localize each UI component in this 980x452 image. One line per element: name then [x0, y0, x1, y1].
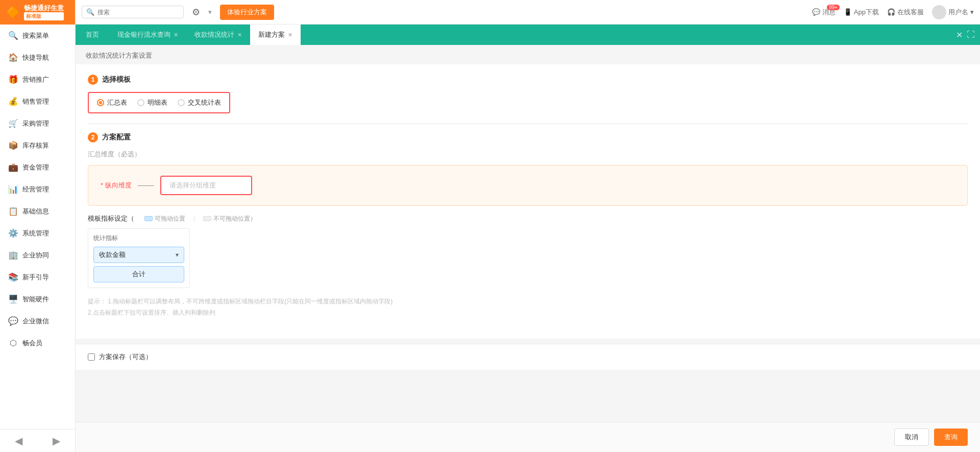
- step2-num: 2: [88, 132, 98, 142]
- username-label: 用户名: [948, 8, 968, 17]
- sidebar-item-member[interactable]: ⬡ 畅会员: [0, 332, 75, 354]
- member-icon: ⬡: [8, 338, 18, 348]
- metrics-header: 模板指标设定（ 可拖动位置 | 不可拖动位置）: [88, 214, 968, 223]
- radio-summary-circle: [97, 99, 104, 106]
- dimension-config: 汇总维度（必选） 纵向维度 —— 请选择分组维度: [88, 150, 968, 206]
- sidebar-item-basic-info[interactable]: 📋 基础信息: [0, 200, 75, 222]
- dimension-title: 汇总维度（必选）: [88, 150, 968, 159]
- metrics-section: 模板指标设定（ 可拖动位置 | 不可拖动位置）: [88, 214, 968, 288]
- settings-icon[interactable]: ⚙: [192, 7, 200, 18]
- save-checkbox[interactable]: [88, 353, 95, 361]
- message-icon: 💬: [812, 8, 820, 16]
- dimension-arrow-icon: ——: [138, 181, 154, 190]
- tab-bank-flow[interactable]: 现金银行流水查询 ✕: [109, 25, 186, 45]
- tab-receipt-stat[interactable]: 收款情况统计 ✕: [186, 25, 250, 45]
- radio-cross[interactable]: 交叉统计表: [178, 98, 221, 107]
- sidebar: 🔶 畅捷通好生意 标准版 🔍 搜索菜单 🏠 快捷导航 🎁 营销推广 💰 销售管理…: [0, 0, 76, 452]
- sales-icon: 💰: [8, 97, 18, 106]
- sidebar-item-system[interactable]: ⚙️ 系统管理: [0, 222, 75, 244]
- radio-detail-label: 明细表: [148, 98, 167, 107]
- sidebar-item-search-menu[interactable]: 🔍 搜索菜单: [0, 25, 75, 46]
- dimension-row: 纵向维度 —— 请选择分组维度: [101, 176, 955, 195]
- home-icon: 🏠: [8, 53, 18, 62]
- tab-bar: 首页 现金银行流水查询 ✕ 收款情况统计 ✕ 新建方案 ✕ ✕ ⛶: [76, 25, 980, 45]
- sidebar-item-smart-hw[interactable]: 🖥️ 智能硬件: [0, 288, 75, 310]
- sidebar-item-marketing[interactable]: 🎁 营销推广: [0, 68, 75, 90]
- dimension-title-text: 汇总维度（必选）: [88, 150, 141, 158]
- step2-section: 2 方案配置 汇总维度（必选） 纵向维度 —— 请选择分组维度: [88, 132, 968, 318]
- step-divider: [88, 124, 968, 124]
- sidebar-item-label: 采购管理: [22, 119, 49, 128]
- dimension-select-placeholder: 请选择分组维度: [169, 181, 216, 189]
- sidebar-item-operation[interactable]: 📊 经营管理: [0, 178, 75, 200]
- step1-num: 1: [88, 75, 98, 85]
- sidebar-collapse-icon[interactable]: ▶: [53, 435, 60, 447]
- monitor-icon: 🖥️: [8, 294, 18, 304]
- topbar-dropdown-icon[interactable]: ▾: [208, 8, 212, 16]
- query-button[interactable]: 查询: [934, 429, 968, 446]
- user-dropdown-icon: ▾: [970, 8, 974, 16]
- metrics-container: 统计指标 收款金额 ▾ 合计: [88, 228, 190, 288]
- app-download-button[interactable]: 📱 App下载: [844, 8, 879, 17]
- sidebar-item-purchase[interactable]: 🛒 采购管理: [0, 112, 75, 134]
- sidebar-item-sales[interactable]: 💰 销售管理: [0, 90, 75, 112]
- user-profile[interactable]: 用户名 ▾: [932, 5, 974, 19]
- non-draggable-hint-label: 不可拖动位置）: [213, 215, 256, 223]
- tab-receipt-stat-label: 收款情况统计: [194, 30, 234, 39]
- cart-icon: 🛒: [8, 118, 18, 128]
- step1-title: 1 选择模板: [88, 75, 968, 85]
- sidebar-item-label: 系统管理: [22, 229, 49, 238]
- sidebar-item-quick-nav[interactable]: 🏠 快捷导航: [0, 46, 75, 68]
- clipboard-icon: 📋: [8, 206, 18, 216]
- topbar-right: 💬 消息 99+ 📱 App下载 🎧 在线客服 用户名 ▾: [812, 5, 974, 19]
- notif-badge-count: 99+: [827, 5, 840, 10]
- sidebar-item-finance[interactable]: 💼 资金管理: [0, 156, 75, 178]
- main-content: 🔍 ⚙ ▾ 体验行业方案 💬 消息 99+ 📱 App下载 🎧 在线客服 用户名: [76, 0, 980, 452]
- metrics-title-text: 模板指标设定（: [88, 214, 134, 223]
- notification-button[interactable]: 💬 消息 99+: [812, 8, 836, 17]
- industry-solution-button[interactable]: 体验行业方案: [220, 5, 274, 20]
- enterprise-icon: 🏢: [8, 250, 18, 260]
- search-box[interactable]: 🔍: [82, 6, 184, 18]
- step1-section: 1 选择模板 汇总表 明细表 交叉统计表: [88, 75, 968, 113]
- sidebar-item-label: 资金管理: [22, 163, 49, 172]
- search-input[interactable]: [97, 9, 174, 16]
- radio-detail-circle: [137, 99, 144, 106]
- logo-text: 畅捷通好生意: [24, 4, 64, 12]
- tab-receipt-stat-close[interactable]: ✕: [237, 32, 242, 38]
- book-icon: 📚: [8, 272, 18, 282]
- metrics-hint: 可拖动位置 | 不可拖动位置）: [144, 215, 256, 223]
- radio-summary[interactable]: 汇总表: [97, 98, 127, 107]
- search-icon: 🔍: [86, 8, 94, 16]
- topbar: 🔍 ⚙ ▾ 体验行业方案 💬 消息 99+ 📱 App下载 🎧 在线客服 用户名: [76, 0, 980, 25]
- tab-new-plan-label: 新建方案: [258, 30, 285, 39]
- logo-badge: 标准版: [24, 12, 64, 20]
- tab-close-all-icon[interactable]: ✕: [956, 30, 963, 40]
- step2-title: 2 方案配置: [88, 132, 968, 142]
- sidebar-expand-icon[interactable]: ◀: [15, 435, 22, 447]
- sidebar-item-wechat[interactable]: 💬 企业微信: [0, 310, 75, 332]
- save-label: 方案保存（可选）: [99, 352, 152, 362]
- dimension-select[interactable]: 请选择分组维度: [160, 176, 252, 195]
- breadcrumb: 收款情况统计方案设置: [76, 45, 980, 64]
- sidebar-item-label: 快捷导航: [22, 53, 49, 62]
- metric-tag-amount[interactable]: 收款金额 ▾: [93, 247, 184, 263]
- metric-tag-text: 收款金额: [99, 250, 126, 259]
- tab-new-plan[interactable]: 新建方案 ✕: [250, 25, 301, 45]
- radio-detail[interactable]: 明细表: [137, 98, 167, 107]
- tab-home[interactable]: 首页: [76, 25, 109, 45]
- metric-tag-dropdown-icon[interactable]: ▾: [176, 251, 179, 258]
- headset-icon: 🎧: [887, 8, 895, 16]
- tab-home-label: 首页: [86, 30, 99, 39]
- sidebar-item-newbie[interactable]: 📚 新手引导: [0, 266, 75, 288]
- tab-bank-flow-close[interactable]: ✕: [174, 32, 178, 38]
- tab-fullscreen-icon[interactable]: ⛶: [967, 30, 975, 39]
- sidebar-item-stock[interactable]: 📦 库存核算: [0, 134, 75, 156]
- online-service-button[interactable]: 🎧 在线客服: [887, 8, 924, 17]
- sidebar-item-enterprise[interactable]: 🏢 企业协同: [0, 244, 75, 266]
- tab-new-plan-close[interactable]: ✕: [288, 32, 292, 38]
- cancel-button[interactable]: 取消: [894, 429, 929, 446]
- sidebar-item-label: 库存核算: [22, 141, 49, 150]
- tip-line1: 提示： 1.拖动标题栏可以调整布局，不可跨维度或指标区域拖动栏目字段(只能在同一…: [88, 296, 968, 307]
- hint-sep: |: [193, 215, 195, 222]
